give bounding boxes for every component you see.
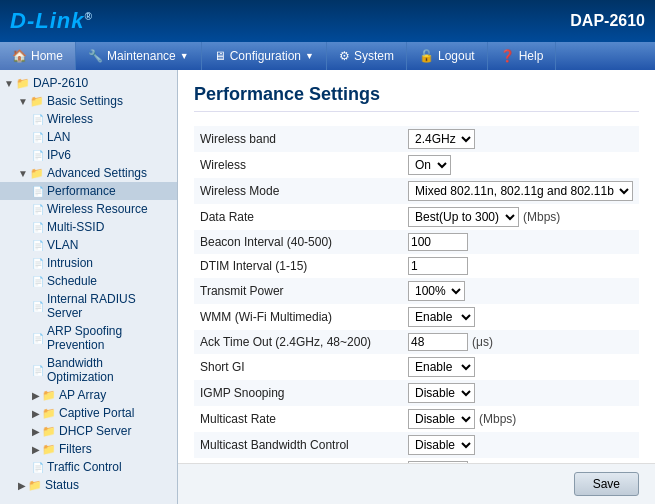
sidebar-item-vlan[interactable]: 📄 VLAN bbox=[0, 236, 177, 254]
sidebar-item-arp[interactable]: 📄 ARP Spoofing Prevention bbox=[0, 322, 177, 354]
home-icon: 🏠 bbox=[12, 49, 27, 63]
collapse-advanced-icon: ▼ bbox=[18, 168, 28, 179]
collapse-basic-icon: ▼ bbox=[18, 96, 28, 107]
nav-system[interactable]: ⚙ System bbox=[327, 42, 407, 70]
save-bar: Save bbox=[178, 463, 655, 504]
table-row: Wireless band2.4GHz5GHz bbox=[194, 126, 639, 152]
sidebar-item-performance[interactable]: 📄 Performance bbox=[0, 182, 177, 200]
table-row: Wireless ModeMixed 802.11n, 802.11g and … bbox=[194, 178, 639, 204]
save-button[interactable]: Save bbox=[574, 472, 639, 496]
field-label: Transmit Power bbox=[194, 278, 402, 304]
sidebar-traffic-label: Traffic Control bbox=[47, 460, 122, 474]
sidebar-item-status[interactable]: ▶ 📁 Status bbox=[0, 476, 177, 494]
sidebar-item-advanced-settings[interactable]: ▼ 📁 Advanced Settings bbox=[0, 164, 177, 182]
sidebar-dhcp-label: DHCP Server bbox=[59, 424, 131, 438]
field-select-11[interactable]: DisableEnable bbox=[408, 409, 475, 429]
sidebar-item-wireless[interactable]: 📄 Wireless bbox=[0, 110, 177, 128]
maintenance-icon: 🔧 bbox=[88, 49, 103, 63]
captive-folder-icon: 📁 bbox=[42, 407, 56, 420]
field-select-9[interactable]: EnableDisable bbox=[408, 357, 475, 377]
field-select-1[interactable]: OnOff bbox=[408, 155, 451, 175]
sidebar-item-filters[interactable]: ▶ 📁 Filters bbox=[0, 440, 177, 458]
logo: D-Link® bbox=[10, 8, 93, 34]
sidebar-item-ipv6[interactable]: 📄 IPv6 bbox=[0, 146, 177, 164]
sidebar-item-ap-array[interactable]: ▶ 📁 AP Array bbox=[0, 386, 177, 404]
table-row: Short GIEnableDisable bbox=[194, 354, 639, 380]
sidebar-multi-ssid-label: Multi-SSID bbox=[47, 220, 104, 234]
field-select-10[interactable]: DisableEnable bbox=[408, 383, 475, 403]
content-area: Performance Settings Wireless band2.4GHz… bbox=[178, 70, 655, 463]
field-select-0[interactable]: 2.4GHz5GHz bbox=[408, 129, 475, 149]
logo-dlink: D-Link bbox=[10, 8, 84, 33]
table-row: Beacon Interval (40-500) bbox=[194, 230, 639, 254]
table-row: Transmit Power100%75%50%25% bbox=[194, 278, 639, 304]
nav-logout-label: Logout bbox=[438, 49, 475, 63]
nav-home[interactable]: 🏠 Home bbox=[0, 42, 76, 70]
field-unit: (Mbps) bbox=[523, 210, 560, 224]
field-control: (μs) bbox=[402, 330, 639, 354]
filters-collapse-icon: ▶ bbox=[32, 444, 40, 455]
sidebar-item-captive-portal[interactable]: ▶ 📁 Captive Portal bbox=[0, 404, 177, 422]
schedule-icon: 📄 bbox=[32, 276, 44, 287]
field-control: Mixed 802.11n, 802.11g and 802.11b bbox=[402, 178, 639, 204]
sidebar-item-intrusion[interactable]: 📄 Intrusion bbox=[0, 254, 177, 272]
dhcp-folder-icon: 📁 bbox=[42, 425, 56, 438]
sidebar: ▼ 📁 DAP-2610 ▼ 📁 Basic Settings 📄 Wirele… bbox=[0, 70, 178, 504]
field-select-3[interactable]: Best(Up to 300) bbox=[408, 207, 519, 227]
nav-maintenance-label: Maintenance bbox=[107, 49, 176, 63]
sidebar-schedule-label: Schedule bbox=[47, 274, 97, 288]
sidebar-item-schedule[interactable]: 📄 Schedule bbox=[0, 272, 177, 290]
model-number: DAP-2610 bbox=[570, 12, 645, 30]
field-input-4[interactable] bbox=[408, 233, 468, 251]
nav-configuration[interactable]: 🖥 Configuration ▼ bbox=[202, 42, 327, 70]
settings-table: Wireless band2.4GHz5GHzWirelessOnOffWire… bbox=[194, 126, 639, 463]
field-select-12[interactable]: DisableEnable bbox=[408, 435, 475, 455]
nav-help-label: Help bbox=[519, 49, 544, 63]
field-unit: (Mbps) bbox=[479, 412, 516, 426]
sidebar-root-label: DAP-2610 bbox=[33, 76, 88, 90]
sidebar-item-traffic-control[interactable]: 📄 Traffic Control bbox=[0, 458, 177, 476]
sidebar-bandwidth-label: Bandwidth Optimization bbox=[47, 356, 173, 384]
field-select-7[interactable]: EnableDisable bbox=[408, 307, 475, 327]
field-select-2[interactable]: Mixed 802.11n, 802.11g and 802.11b bbox=[408, 181, 633, 201]
chevron-down-icon: ▼ bbox=[180, 51, 189, 61]
intrusion-icon: 📄 bbox=[32, 258, 44, 269]
field-control: EnableDisable bbox=[402, 304, 639, 330]
system-icon: ⚙ bbox=[339, 49, 350, 63]
field-control bbox=[402, 230, 639, 254]
nav-help[interactable]: ❓ Help bbox=[488, 42, 557, 70]
help-icon: ❓ bbox=[500, 49, 515, 63]
sidebar-item-wireless-resource[interactable]: 📄 Wireless Resource bbox=[0, 200, 177, 218]
wireless-resource-icon: 📄 bbox=[32, 204, 44, 215]
table-row: Data RateBest(Up to 300)(Mbps) bbox=[194, 204, 639, 230]
field-label: Wireless bbox=[194, 152, 402, 178]
sidebar-item-root[interactable]: ▼ 📁 DAP-2610 bbox=[0, 74, 177, 92]
sidebar-item-dhcp-server[interactable]: ▶ 📁 DHCP Server bbox=[0, 422, 177, 440]
field-input-8[interactable] bbox=[408, 333, 468, 351]
traffic-icon: 📄 bbox=[32, 462, 44, 473]
sidebar-lan-label: LAN bbox=[47, 130, 70, 144]
field-input-5[interactable] bbox=[408, 257, 468, 275]
sidebar-item-internal-radius[interactable]: 📄 Internal RADIUS Server bbox=[0, 290, 177, 322]
nav-home-label: Home bbox=[31, 49, 63, 63]
sidebar-item-lan[interactable]: 📄 LAN bbox=[0, 128, 177, 146]
sidebar-item-multi-ssid[interactable]: 📄 Multi-SSID bbox=[0, 218, 177, 236]
sidebar-basic-settings-label: Basic Settings bbox=[47, 94, 123, 108]
sidebar-item-bandwidth[interactable]: 📄 Bandwidth Optimization bbox=[0, 354, 177, 386]
table-row: WirelessOnOff bbox=[194, 152, 639, 178]
logout-icon: 🔓 bbox=[419, 49, 434, 63]
radius-icon: 📄 bbox=[32, 301, 44, 312]
field-label: Data Rate bbox=[194, 204, 402, 230]
dhcp-collapse-icon: ▶ bbox=[32, 426, 40, 437]
table-row: Multicast Bandwidth ControlDisableEnable bbox=[194, 432, 639, 458]
sidebar-advanced-settings-label: Advanced Settings bbox=[47, 166, 147, 180]
field-control: DisableEnable bbox=[402, 432, 639, 458]
field-control: DisableEnable(Mbps) bbox=[402, 406, 639, 432]
sidebar-filters-label: Filters bbox=[59, 442, 92, 456]
nav-logout[interactable]: 🔓 Logout bbox=[407, 42, 488, 70]
field-select-6[interactable]: 100%75%50%25% bbox=[408, 281, 465, 301]
sidebar-item-basic-settings[interactable]: ▼ 📁 Basic Settings bbox=[0, 92, 177, 110]
nav-maintenance[interactable]: 🔧 Maintenance ▼ bbox=[76, 42, 202, 70]
sidebar-ap-array-label: AP Array bbox=[59, 388, 106, 402]
ipv6-page-icon: 📄 bbox=[32, 150, 44, 161]
